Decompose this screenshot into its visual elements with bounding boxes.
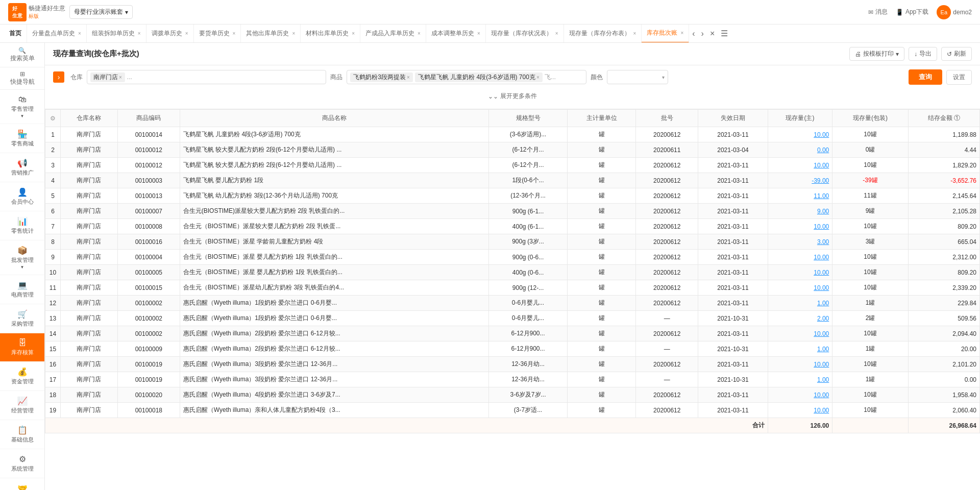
sidebar-item-system[interactable]: ⚙ 系统管理 [0,449,44,478]
tab-close-all[interactable]: × [707,24,718,43]
filter-expand-left-button[interactable]: › [53,71,64,83]
tag-close-icon[interactable]: × [119,75,122,80]
tag-close-icon[interactable]: × [536,75,540,80]
page-title: 现存量查询(按仓库+批次) [53,49,139,59]
cell-qty-main[interactable]: 11.00 [768,188,832,204]
cell-qty-main[interactable]: 1.00 [768,372,832,387]
tab-close-icon[interactable]: × [633,31,636,36]
sidebar-item-shop[interactable]: 🏪 零售商城 [0,124,44,153]
sidebar-item-finance[interactable]: 💰 资金管理 [0,362,44,391]
col-code: 商品编码 [117,110,180,127]
tab-qitachuku[interactable]: 其他出库单历史 × [241,24,301,43]
tab-close-icon[interactable]: × [418,31,421,36]
table-row: 17南岸门店00100019惠氏启醒（Wyeth illuma）3段奶粉 爱尔兰… [45,372,980,387]
sidebar-item-wholesale[interactable]: 📦 批发管理 ▼ [0,240,44,275]
sidebar-item-basic[interactable]: 📋 基础信息 [0,420,44,449]
sidebar-item-purchase[interactable]: 🛒 采购管理 [0,304,44,333]
col-qty-pkg: 现存量(包装) [832,110,909,127]
tab-chaijie[interactable]: 组装拆卸单历史 × [87,24,146,43]
cell-qty-main[interactable]: -39.00 [768,173,832,188]
app-download-button[interactable]: 📱 App下载 [896,8,928,16]
sidebar-item-corp[interactable]: 🤝 企业协同 [0,478,44,490]
cell-qty-main[interactable]: 10.00 [768,403,832,418]
cell-qty-pkg: 10罐 [832,387,909,403]
tag-close-icon[interactable]: × [407,75,410,80]
sidebar-item-member[interactable]: 👤 会员中心 [0,182,44,211]
cell-qty-main[interactable]: 10.00 [768,326,832,341]
tab-cailiao[interactable]: 材料出库单历史 × [301,24,360,43]
tab-menu[interactable]: ☰ [718,24,731,43]
cell-qty-main[interactable]: 0.00 [768,142,832,158]
tab-close-icon[interactable]: × [292,31,295,36]
tab-close-icon[interactable]: × [555,31,558,36]
summary-qty: 126.00 [768,418,832,433]
sidebar-search[interactable]: 🔍 搜索英单 [0,43,44,67]
org-selector[interactable]: 母婴行业演示账套 ▾ [69,5,133,19]
cell-qty-main[interactable]: 9.00 [768,204,832,219]
sidebar-item-marketing[interactable]: 📢 营销推广 [0,153,44,182]
tab-xianzai2[interactable]: 现存量（库存分布表） × [564,24,642,43]
print-button[interactable]: 🖨 按模板打印 ▾ [849,47,904,61]
product-filter[interactable]: 飞鹤奶粉3段两提装 × 飞鹤星飞帆 儿童奶粉 4段(3-6岁适用) 700克 ×… [347,70,586,84]
cell-expire: 2021-03-11 [698,173,768,188]
cell-qty-main[interactable]: 10.00 [768,265,832,280]
tab-close-icon[interactable]: × [78,31,81,36]
cell-code: 00100019 [117,372,180,387]
cell-warehouse: 南岸门店 [61,142,118,158]
expand-conditions-button[interactable]: ⌄⌄ 展开更多条件 [484,90,541,103]
warehouse-filter[interactable]: 南岸门店 × ... [87,70,326,84]
sidebar-nav[interactable]: ⊞ 快捷导航 [0,67,44,90]
sidebar: 🔍 搜索英单 ⊞ 快捷导航 🛍 零售管理 ▼ 🏪 零售商城 📢 营销推广 👤 会… [0,43,45,490]
tab-close-icon[interactable]: × [477,31,480,36]
cell-qty-main[interactable]: 10.00 [768,250,832,265]
tab-diaosuo[interactable]: 调拨单历史 × [146,24,194,43]
top-bar: 好生意 畅捷通好生意 标版 母婴行业演示账套 ▾ ✉ 消息 📱 App下载 Ea… [0,0,980,24]
tab-nav-prev[interactable]: ‹ [689,24,698,43]
col-settings[interactable]: ⚙ [45,110,61,127]
cell-name: 合生元(BIOSTIME)派星较大婴儿配方奶粉 2段 乳铁蛋白的... [180,204,488,219]
cell-qty-main[interactable]: 10.00 [768,387,832,403]
sidebar-item-inventory[interactable]: 🗄 库存核算 [0,333,44,362]
setting-button[interactable]: 设置 [946,70,972,85]
cell-expire: 2021-03-11 [698,250,768,265]
query-button[interactable]: 查询 [909,69,942,85]
tab-home[interactable]: 首页 [4,24,27,43]
cell-qty-main[interactable]: 2.00 [768,311,832,326]
color-filter[interactable]: ▾ [607,70,668,84]
cell-qty-main[interactable]: 10.00 [768,127,832,142]
cell-qty-main[interactable]: 10.00 [768,280,832,296]
messages-button[interactable]: ✉ 消息 [868,8,888,16]
tab-close-icon[interactable]: × [680,30,683,36]
cell-warehouse: 南岸门店 [61,127,118,142]
tab-kupicaidan[interactable]: 库存批次账 × [642,24,689,43]
settings-icon[interactable]: ⚙ [50,115,56,122]
sidebar-item-ecom[interactable]: 💻 电商管理 [0,275,44,304]
tab-chengben[interactable]: 成本调整单历史 × [426,24,486,43]
cell-no: 14 [45,326,61,341]
tab-close-icon[interactable]: × [352,31,355,36]
sidebar-item-retail[interactable]: 🛍 零售管理 ▼ [0,90,44,124]
summary-qty-pkg [832,418,909,433]
header-actions: 🖨 按模板打印 ▾ ↓ 导出 ↺ 刷新 [849,47,972,61]
tab-yaohuo[interactable]: 要货单历史 × [194,24,241,43]
cell-qty-main[interactable]: 3.00 [768,234,832,250]
tab-nav-next[interactable]: › [698,24,707,43]
expand-icon: ⌄⌄ [488,93,498,100]
sidebar-item-operation[interactable]: 📈 经营管理 [0,391,44,420]
cell-qty-main[interactable]: 10.00 [768,158,832,173]
tab-close-icon[interactable]: × [185,31,188,36]
tab-close-icon[interactable]: × [233,31,236,36]
cell-qty-main[interactable]: 10.00 [768,219,832,234]
cell-qty-main[interactable]: 10.00 [768,357,832,372]
tab-close-icon[interactable]: × [138,31,141,36]
cell-qty-main[interactable]: 1.00 [768,341,832,357]
sidebar-item-stats[interactable]: 📊 零售统计 [0,211,44,240]
tab-xianzai1[interactable]: 现存量（库存状况表） × [486,24,564,43]
refresh-button[interactable]: ↺ 刷新 [941,47,972,61]
tab-chanjin[interactable]: 产成品入库单历史 × [360,24,426,43]
chevron-down-icon: ▾ [662,75,665,80]
user-profile[interactable]: Ea demo2 [937,5,972,19]
export-button[interactable]: ↓ 导出 [909,47,937,61]
cell-qty-main[interactable]: 1.00 [768,296,832,311]
tab-fenpan[interactable]: 分量盘点单历史 × [27,24,87,43]
